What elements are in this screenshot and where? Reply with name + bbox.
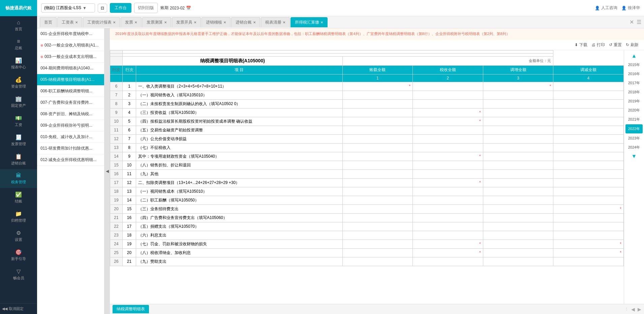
- table-row[interactable]: 12 7 （六）公允价值变动净损益: [110, 134, 624, 143]
- data-cell-c3[interactable]: [483, 248, 553, 257]
- table-row[interactable]: 13 8 （七）不征税收入: [110, 143, 624, 152]
- left-item-002[interactable]: ⊗ 002-一般企业收入明细表(A1...: [37, 40, 104, 51]
- copy-button[interactable]: ⊡: [98, 4, 107, 12]
- table-row[interactable]: 9 4 （三）投资收益（填写A105030） *: [110, 108, 624, 117]
- data-cell-c1[interactable]: [342, 126, 413, 134]
- data-cell-c3[interactable]: [483, 99, 553, 108]
- data-cell-c1[interactable]: [342, 196, 413, 205]
- tab-close-icon[interactable]: ✕: [134, 21, 137, 24]
- sidebar-item-purchase-sale[interactable]: 📋 进销台账: [0, 150, 37, 169]
- data-cell-c3[interactable]: [483, 169, 553, 178]
- table-row[interactable]: 15 10 （八）销售折扣、折让和退回: [110, 161, 624, 169]
- data-cell-c4[interactable]: [553, 117, 624, 126]
- data-cell-c3[interactable]: [483, 240, 553, 248]
- data-cell-c1[interactable]: [342, 108, 413, 117]
- tab-salary-table[interactable]: 工资表 ✕: [57, 17, 82, 27]
- sidebar-item-tax[interactable]: 🏛 税务管理: [0, 169, 37, 188]
- table-row[interactable]: 16 11 （九）其他: [110, 169, 624, 178]
- table-row[interactable]: 17 12 二、扣除类调整项目（13+14+...24+26+27+28+29 …: [110, 178, 624, 187]
- data-cell-c3[interactable]: [483, 187, 553, 196]
- sidebar-item-fund[interactable]: 💰 资金管理: [0, 73, 37, 92]
- data-cell-c3[interactable]: *: [483, 82, 553, 91]
- tab-invoice-calc[interactable]: 发票测算 ✕: [142, 17, 171, 27]
- left-item-003[interactable]: ⊗ 003-一般企业成本支出明细...: [37, 51, 104, 63]
- sidebar-item-invoice[interactable]: 🧾 发票管理: [0, 131, 37, 150]
- data-cell-c1[interactable]: [342, 205, 413, 213]
- year-item-2019[interactable]: 2019年: [624, 97, 644, 106]
- tab-tax-form[interactable]: 税表清册 ✕: [261, 17, 290, 27]
- calendar-icon[interactable]: 📅: [186, 6, 191, 10]
- unfix-button[interactable]: ◀◀ 取消固定: [0, 304, 37, 314]
- left-item-001[interactable]: 001-企业所得税年度纳税申...: [37, 28, 104, 40]
- sidebar-item-salary[interactable]: 💵 工资: [0, 112, 37, 131]
- table-row[interactable]: 14 9 其中：专项用途财政性资金（填写A105040） *: [110, 152, 624, 161]
- data-cell-c4[interactable]: [553, 213, 624, 222]
- data-cell-c4[interactable]: [553, 222, 624, 231]
- table-row[interactable]: 22 17 （五）捐赠支出（填写A105070）: [110, 222, 624, 231]
- data-cell-c1[interactable]: [342, 222, 413, 231]
- reset-button[interactable]: ↺ 重置: [609, 42, 622, 48]
- data-cell-c1[interactable]: [342, 152, 413, 161]
- tab-salary-report[interactable]: 工资统计报表 ✕: [83, 17, 120, 27]
- year-item-2023[interactable]: 2023年: [624, 134, 644, 143]
- data-cell-c2[interactable]: [413, 134, 483, 143]
- tab-purchase-check[interactable]: 进销稽核 ✕: [202, 17, 231, 27]
- year-item-2024[interactable]: 2024年: [624, 143, 644, 152]
- left-item-010[interactable]: 010-免税、减计收入及加计...: [37, 131, 104, 143]
- table-row[interactable]: 24 19 （七）罚金、罚款和被没收财物的损失 * *: [110, 240, 624, 248]
- table-row[interactable]: 11 6 （五）交易性金融资产初始投资调整: [110, 126, 624, 134]
- table-row[interactable]: 25 20 （八）税收滞纳金、加收利息 * *: [110, 248, 624, 257]
- left-item-009[interactable]: 009-企业所得税弥补亏损明...: [37, 120, 104, 131]
- data-cell-c4[interactable]: [553, 82, 624, 91]
- data-cell-c2[interactable]: *: [413, 152, 483, 161]
- data-cell-c1[interactable]: [342, 187, 413, 196]
- sidebar-item-asset[interactable]: 🏢 固定资产: [0, 92, 37, 112]
- sidebar-item-settings[interactable]: ⚙ 设置: [0, 226, 37, 246]
- data-cell-c4[interactable]: *: [553, 240, 624, 248]
- year-item-2015[interactable]: 2015年: [624, 60, 644, 69]
- data-cell-c3[interactable]: [483, 257, 553, 266]
- data-cell-c3[interactable]: [483, 231, 553, 240]
- tab-close-icon[interactable]: ✕: [283, 21, 285, 24]
- tab-close-icon[interactable]: ✕: [223, 21, 226, 24]
- data-cell-c1[interactable]: [342, 240, 413, 248]
- data-cell-c1[interactable]: *: [342, 82, 413, 91]
- table-row[interactable]: 26 21 （九）赞助支出: [110, 257, 624, 266]
- year-item-2021[interactable]: 2021年: [624, 115, 644, 124]
- sidebar-item-home[interactable]: ⌂ 首页: [0, 16, 37, 35]
- data-cell-c2[interactable]: [413, 143, 483, 152]
- data-cell-c4[interactable]: *: [553, 205, 624, 213]
- data-cell-c3[interactable]: [483, 213, 553, 222]
- data-cell-c2[interactable]: [413, 161, 483, 169]
- data-cell-c2[interactable]: *: [413, 108, 483, 117]
- sidebar-item-ledger[interactable]: ≡ 总账: [0, 35, 37, 54]
- data-cell-c1[interactable]: [342, 99, 413, 108]
- tab-close-icon[interactable]: ✕: [253, 21, 256, 24]
- left-item-004[interactable]: 004-期间费用明细表(A1040...: [37, 63, 104, 74]
- data-cell-c1[interactable]: [342, 169, 413, 178]
- close-tab-icon[interactable]: ✕: [630, 19, 634, 25]
- tab-close-icon[interactable]: ✕: [194, 21, 196, 24]
- data-cell-c4[interactable]: *: [553, 248, 624, 257]
- left-item-011[interactable]: 011-研发费用加计扣除优惠...: [37, 143, 104, 154]
- data-cell-c2[interactable]: [413, 231, 483, 240]
- left-item-012[interactable]: 012-减免企业所得税优惠明细...: [37, 154, 104, 166]
- left-item-008[interactable]: 008-资产折旧、摊销及纳税...: [37, 108, 104, 120]
- table-row[interactable]: 21 16 （四）广告费和业务宣传费支出（填写A105060）: [110, 213, 624, 222]
- tab-home[interactable]: 首页: [40, 17, 57, 27]
- left-item-005[interactable]: 005-纳税调整项目明细表(A1...: [37, 74, 104, 86]
- company-selector[interactable]: (物副) 江西股金-LSS ▼: [41, 3, 95, 12]
- data-cell-c2[interactable]: *: [413, 248, 483, 257]
- data-cell-c4[interactable]: [553, 108, 624, 117]
- data-cell-c2[interactable]: [413, 205, 483, 213]
- data-cell-c3[interactable]: [483, 91, 553, 99]
- data-cell-c1[interactable]: [342, 248, 413, 257]
- data-cell-c3[interactable]: [483, 134, 553, 143]
- tab-close-icon[interactable]: ✕: [164, 21, 167, 24]
- data-cell-c1[interactable]: [342, 213, 413, 222]
- data-cell-c1[interactable]: [342, 134, 413, 143]
- bottom-tab-label[interactable]: 纳税调整明细表: [113, 305, 149, 313]
- data-cell-c3[interactable]: [483, 108, 553, 117]
- data-cell-c1[interactable]: [342, 161, 413, 169]
- data-cell-c3[interactable]: [483, 205, 553, 213]
